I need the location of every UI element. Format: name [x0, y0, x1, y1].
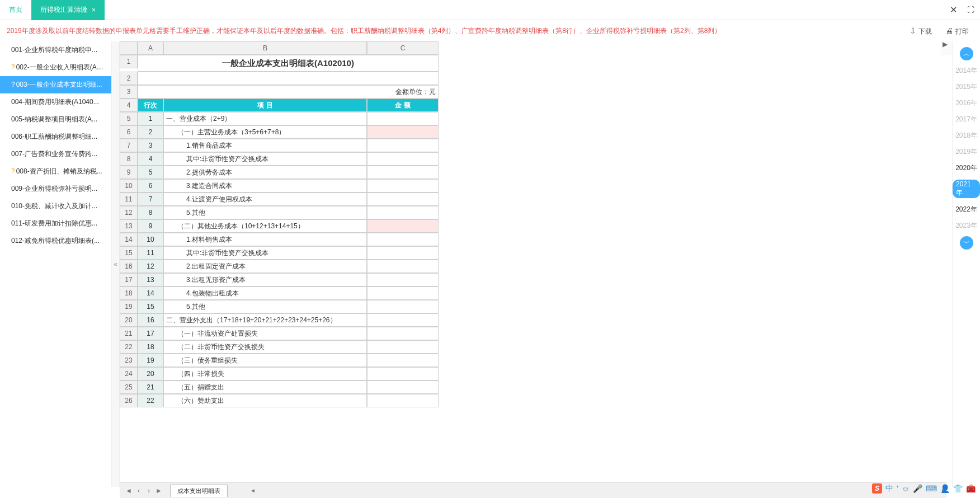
sidebar-item-6[interactable]: 007-广告费和业务宣传费跨... [0, 145, 111, 163]
row-header-11[interactable]: 11 [120, 192, 138, 206]
print-button[interactable]: 🖨 打印 [945, 25, 969, 37]
amount-cell[interactable] [367, 206, 439, 219]
sidebar-item-5[interactable]: 006-职工薪酬纳税调整明细... [0, 128, 111, 145]
amount-cell[interactable] [367, 300, 439, 313]
row-header-14[interactable]: 14 [120, 233, 138, 246]
sidebar-collapse-handle[interactable]: « [112, 41, 120, 487]
sidebar-item-3[interactable]: 004-期间费用明细表(A1040... [0, 93, 111, 111]
tab-tax-settlement[interactable]: 所得税汇算清缴 × [31, 0, 105, 20]
year-2020年[interactable]: 2020年 [955, 163, 977, 173]
row-header-18[interactable]: 18 [120, 286, 138, 300]
amount-cell[interactable] [367, 380, 439, 394]
row-header-3[interactable]: 3 [120, 85, 138, 98]
row-header-7[interactable]: 7 [120, 139, 138, 152]
year-2019年[interactable]: 2019年 [955, 147, 977, 157]
ime-mic-icon[interactable]: 🎤 [913, 484, 922, 487]
row-header-10[interactable]: 10 [120, 179, 138, 192]
year-2022年[interactable]: 2022年 [955, 205, 977, 214]
row-header-16[interactable]: 16 [120, 260, 138, 273]
col-header-corner[interactable] [120, 41, 138, 55]
scroll-down-icon[interactable]: ﹀ [960, 236, 973, 250]
scroll-right-icon[interactable]: ▶ [943, 41, 948, 48]
col-header-B[interactable]: B [163, 41, 367, 55]
amount-cell[interactable] [367, 112, 439, 125]
amount-cell[interactable] [367, 273, 439, 286]
amount-cell[interactable] [367, 192, 439, 206]
year-2016年[interactable]: 2016年 [955, 98, 977, 108]
close-icon[interactable]: × [92, 6, 96, 14]
amount-cell[interactable] [367, 340, 439, 354]
sidebar-item-1[interactable]: ?002-一般企业收入明细表(A10... [0, 59, 111, 76]
fullscreen-icon[interactable]: ⛶ [967, 6, 974, 14]
ime-smile-icon[interactable]: ☺ [902, 484, 910, 487]
row-header-13[interactable]: 13 [120, 219, 138, 233]
ime-keyboard-icon[interactable]: ⌨ [926, 484, 937, 487]
amount-cell[interactable] [367, 260, 439, 273]
col-header-A[interactable]: A [138, 41, 163, 55]
sidebar-item-4[interactable]: 005-纳税调整项目明细表(A... [0, 111, 111, 128]
sheet-nav-first-icon[interactable]: ◄ [124, 487, 133, 487]
sidebar-item-8[interactable]: 009-企业所得税弥补亏损明... [0, 180, 111, 198]
amount-cell[interactable] [367, 139, 439, 152]
row-header-15[interactable]: 15 [120, 246, 138, 260]
amount-cell[interactable] [367, 313, 439, 327]
row-header-25[interactable]: 25 [120, 380, 138, 394]
sidebar-item-9[interactable]: 010-免税、减计收入及加计... [0, 198, 111, 215]
download-button[interactable]: ⇩ 下载 [910, 25, 932, 37]
close-window-icon[interactable]: ✕ [950, 4, 957, 15]
sheet-nav-prev-icon[interactable]: ‹ [134, 487, 143, 487]
sheet-tab[interactable]: 成本支出明细表 [170, 485, 228, 487]
sheet-nav-next-icon[interactable]: › [144, 487, 153, 487]
amount-cell[interactable] [367, 354, 439, 367]
amount-cell[interactable] [367, 327, 439, 340]
tab-home[interactable]: 首页 [0, 0, 31, 20]
year-2017年[interactable]: 2017年 [955, 115, 977, 124]
sidebar-item-7[interactable]: ?008-资产折旧、摊销及纳税... [0, 163, 111, 180]
row-header-8[interactable]: 8 [120, 152, 138, 166]
row-header-19[interactable]: 19 [120, 300, 138, 313]
ime-toolbox-icon[interactable]: 🧰 [966, 484, 976, 487]
sogou-logo-icon[interactable]: S [872, 483, 882, 487]
scroll-up-icon[interactable]: ︿ [960, 47, 973, 60]
ime-punct[interactable]: ' [897, 484, 898, 487]
spreadsheet-area: ABC 1一般企业成本支出明细表(A102010)23金额单位：元4行次项 目金… [120, 41, 952, 487]
row-header-21[interactable]: 21 [120, 327, 138, 340]
amount-cell[interactable] [367, 166, 439, 179]
row-header-5[interactable]: 5 [120, 112, 138, 125]
amount-cell[interactable] [367, 233, 439, 246]
amount-cell[interactable] [367, 246, 439, 260]
year-2021年[interactable]: 2021年 [953, 180, 980, 198]
ime-lang[interactable]: 中 [885, 483, 893, 487]
year-2014年[interactable]: 2014年 [955, 66, 977, 76]
amount-cell[interactable] [367, 152, 439, 166]
amount-cell[interactable] [367, 367, 439, 380]
year-2018年[interactable]: 2018年 [955, 131, 977, 140]
row-header-9[interactable]: 9 [120, 166, 138, 179]
amount-cell[interactable] [367, 125, 439, 139]
amount-cell[interactable] [367, 394, 439, 407]
sidebar-item-0[interactable]: 001-企业所得税年度纳税申... [0, 41, 111, 59]
sidebar-item-2[interactable]: ?003-一般企业成本支出明细... [0, 76, 111, 93]
sheet-nav-last-icon[interactable]: ► [154, 487, 163, 487]
row-header-12[interactable]: 12 [120, 206, 138, 219]
ime-skin-icon[interactable]: 👕 [953, 484, 963, 487]
row-header-1[interactable]: 1 [120, 55, 138, 68]
sidebar-item-11[interactable]: 012-减免所得税优惠明细表(... [0, 232, 111, 250]
row-header-2[interactable]: 2 [120, 72, 138, 85]
year-2015年[interactable]: 2015年 [955, 82, 977, 92]
row-header-4[interactable]: 4 [120, 98, 138, 112]
row-header-20[interactable]: 20 [120, 313, 138, 327]
col-header-C[interactable]: C [367, 41, 439, 55]
ime-user-icon[interactable]: 👤 [940, 484, 950, 487]
row-header-6[interactable]: 6 [120, 125, 138, 139]
amount-cell[interactable] [367, 219, 439, 233]
row-header-17[interactable]: 17 [120, 273, 138, 286]
row-header-24[interactable]: 24 [120, 367, 138, 380]
amount-cell[interactable] [367, 179, 439, 192]
row-header-22[interactable]: 22 [120, 340, 138, 354]
row-header-23[interactable]: 23 [120, 354, 138, 367]
sidebar-item-10[interactable]: 011-研发费用加计扣除优惠... [0, 215, 111, 232]
year-2023年[interactable]: 2023年 [955, 221, 977, 231]
row-header-26[interactable]: 26 [120, 394, 138, 407]
amount-cell[interactable] [367, 286, 439, 300]
